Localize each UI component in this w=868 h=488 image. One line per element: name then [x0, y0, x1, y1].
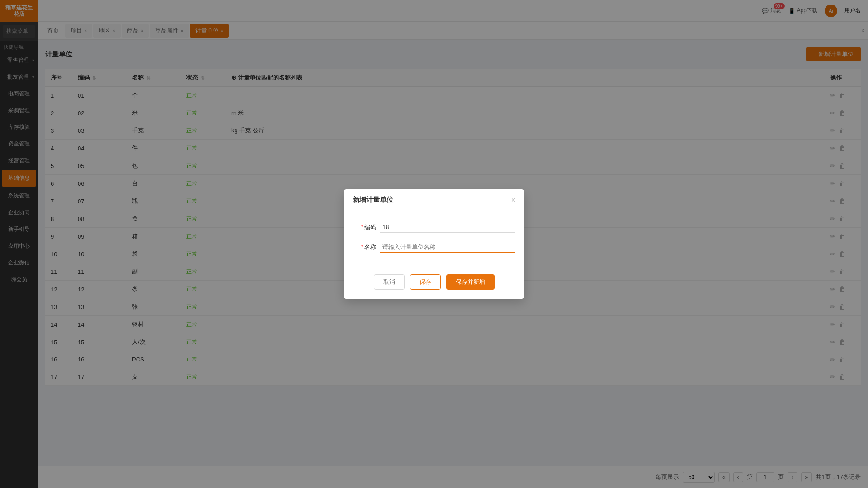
dialog-footer: 取消 保存 保存并新增: [344, 269, 524, 299]
dialog-overlay: 新增计量单位 × *编码 *名称 取消 保存 保存并新增: [0, 0, 868, 488]
form-row-name: *名称: [353, 242, 515, 253]
save-button[interactable]: 保存: [410, 274, 441, 290]
cancel-button[interactable]: 取消: [374, 274, 405, 290]
code-label: *编码: [353, 223, 380, 231]
add-unit-dialog: 新增计量单位 × *编码 *名称 取消 保存 保存并新增: [344, 189, 524, 299]
name-label: *名称: [353, 243, 380, 251]
required-mark-name: *: [361, 244, 363, 250]
form-row-code: *编码: [353, 222, 515, 233]
code-input[interactable]: [380, 222, 515, 233]
save-and-new-button[interactable]: 保存并新增: [446, 274, 495, 290]
dialog-header: 新增计量单位 ×: [344, 189, 524, 211]
dialog-title: 新增计量单位: [353, 196, 393, 204]
required-mark: *: [361, 224, 363, 230]
name-input[interactable]: [380, 242, 515, 253]
dialog-body: *编码 *名称: [344, 211, 524, 269]
dialog-close-button[interactable]: ×: [511, 196, 515, 204]
